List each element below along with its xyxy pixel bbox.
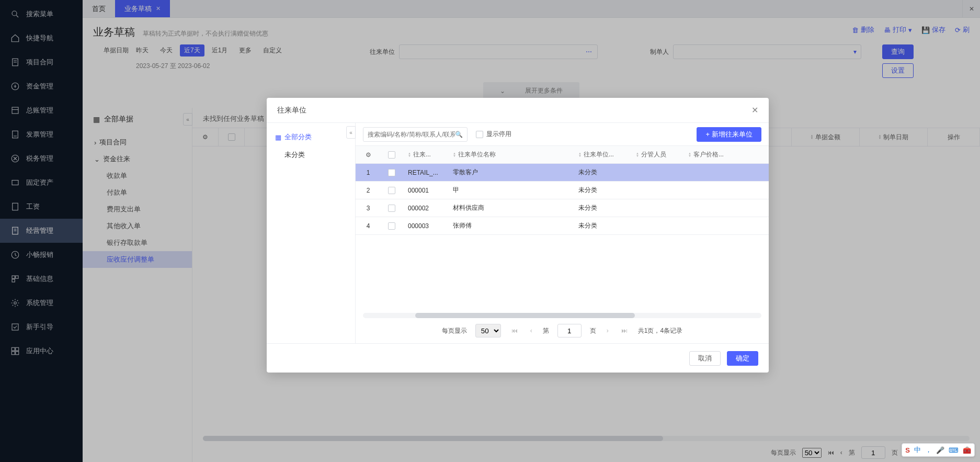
page-first-icon[interactable]: ⏮ (509, 327, 520, 334)
checkbox[interactable] (476, 131, 483, 138)
modal-page-input[interactable] (557, 324, 582, 337)
table-row[interactable]: 2000001甲未分类 (356, 182, 769, 199)
modal-search-input[interactable] (368, 131, 455, 138)
ime-logo: S (905, 446, 910, 454)
table-row[interactable]: 4000003张师傅未分类 (356, 217, 769, 235)
sort-icon[interactable]: ▲▼ (453, 152, 456, 157)
modal-title: 往来单位 (277, 106, 306, 115)
row-class: 未分类 (573, 168, 631, 177)
row-code: 000002 (403, 205, 448, 212)
plus-icon: + (705, 130, 710, 138)
ime-punct-icon: ， (925, 445, 932, 455)
grid-icon: ▦ (275, 133, 281, 141)
row-index: 4 (356, 222, 381, 230)
modal-close-button[interactable]: ✕ (751, 105, 758, 115)
sort-icon[interactable]: ▲▼ (688, 152, 691, 157)
row-name: 零散客户 (448, 168, 573, 177)
modal-per-page-select[interactable]: 50 (475, 324, 501, 337)
row-checkbox[interactable] (388, 169, 395, 176)
row-name: 材料供应商 (448, 204, 573, 212)
gear-icon[interactable]: ⚙ (366, 151, 371, 159)
page-prev-icon[interactable]: ‹ (528, 327, 534, 334)
page-next-icon[interactable]: › (605, 327, 611, 334)
ime-lang: 中 (914, 445, 921, 455)
unit-picker-modal: 往来单位 ✕ « ▦全部分类 未分类 🔍 显示停用 +新增往来单位 ⚙ ▲▼往来 (267, 98, 769, 373)
modal-category-panel: « ▦全部分类 未分类 (267, 123, 356, 343)
ok-button[interactable]: 确定 (727, 351, 758, 366)
row-checkbox[interactable] (388, 205, 395, 212)
sort-icon[interactable]: ▲▼ (578, 152, 582, 157)
cat-all[interactable]: ▦全部分类 (267, 128, 355, 146)
ime-bar[interactable]: S 中 ， 🎤 ⌨ 🧰 (902, 443, 975, 457)
table-row[interactable]: 3000002材料供应商未分类 (356, 199, 769, 217)
search-icon: 🔍 (455, 131, 463, 138)
modal-panel-collapse[interactable]: « (346, 126, 356, 139)
row-class: 未分类 (573, 204, 631, 212)
row-index: 2 (356, 187, 381, 194)
row-class: 未分类 (573, 221, 631, 230)
show-disabled-toggle[interactable]: 显示停用 (476, 130, 511, 139)
sort-icon[interactable]: ▲▼ (408, 152, 411, 157)
row-class: 未分类 (573, 186, 631, 195)
select-all-checkbox[interactable] (388, 151, 395, 159)
add-unit-button[interactable]: +新增往来单位 (697, 127, 761, 142)
cancel-button[interactable]: 取消 (689, 351, 721, 366)
modal-pager: 每页显示 50 ⏮ ‹ 第 页 › ⏭ 共1页，4条记录 (356, 318, 769, 343)
row-code: 000003 (403, 222, 448, 230)
ime-tool-icon: 🧰 (963, 446, 971, 454)
row-index: 1 (356, 169, 381, 176)
table-row[interactable]: 1RETAIL_...零散客户未分类 (356, 164, 769, 182)
row-name: 甲 (448, 186, 573, 195)
row-code: 000001 (403, 187, 448, 194)
row-index: 3 (356, 205, 381, 212)
row-code: RETAIL_... (403, 169, 448, 176)
ime-mic-icon: 🎤 (936, 446, 944, 454)
cat-uncategorized[interactable]: 未分类 (267, 146, 355, 164)
modal-search[interactable]: 🔍 (363, 127, 468, 142)
row-name: 张师傅 (448, 221, 573, 230)
sort-icon[interactable]: ▲▼ (636, 152, 639, 157)
modal-table: ⚙ ▲▼往来... ▲▼往来单位名称 ▲▼往来单位... ▲▼分管人员 ▲▼客户… (356, 146, 769, 343)
row-checkbox[interactable] (388, 187, 395, 194)
row-checkbox[interactable] (388, 222, 395, 230)
modal-h-scrollbar[interactable] (363, 313, 761, 318)
ime-kbd-icon: ⌨ (949, 446, 959, 454)
page-last-icon[interactable]: ⏭ (619, 327, 630, 334)
